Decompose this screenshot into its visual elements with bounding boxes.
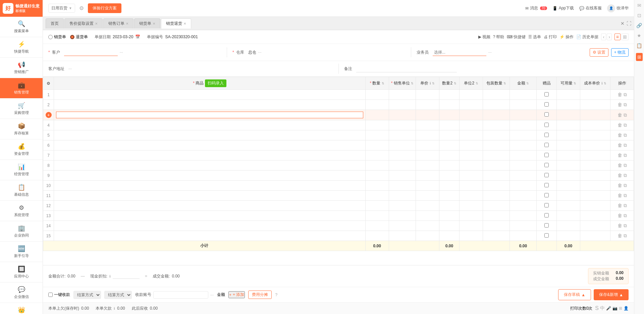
qty-cell[interactable]: [365, 171, 389, 181]
price-cell[interactable]: [416, 181, 439, 191]
grid-view-icon[interactable]: ⊞: [621, 34, 629, 40]
unit-cell[interactable]: [389, 181, 416, 191]
copy-icon[interactable]: ⧉: [624, 193, 627, 198]
copy-icon[interactable]: ⧉: [624, 233, 627, 238]
gift-cell[interactable]: [537, 150, 557, 161]
amount-cell[interactable]: [510, 110, 537, 120]
unit-cell[interactable]: [389, 171, 416, 181]
unit-cell[interactable]: [389, 110, 416, 120]
gift-checkbox[interactable]: [544, 153, 549, 157]
sidebar-item-sales[interactable]: 💼 销售管理: [0, 78, 43, 99]
right-panel-icon-4[interactable]: ★: [637, 33, 641, 38]
discount-input[interactable]: [113, 274, 140, 279]
payment-checkbox[interactable]: [48, 293, 53, 297]
select-action[interactable]: ☰ 选单: [528, 34, 541, 40]
amount-cell[interactable]: [510, 181, 537, 191]
qty2-cell[interactable]: [439, 221, 460, 231]
gift-checkbox[interactable]: [544, 112, 549, 117]
delete-icon[interactable]: 🗑: [618, 233, 622, 238]
price-cell[interactable]: [416, 231, 439, 241]
amount-cell[interactable]: [510, 211, 537, 221]
unit2-cell[interactable]: [460, 150, 483, 161]
gift-cell[interactable]: [537, 100, 557, 110]
gift-checkbox[interactable]: [544, 123, 549, 127]
gift-checkbox[interactable]: [544, 173, 549, 177]
scan-input-button[interactable]: 扫码录入: [205, 79, 226, 87]
tab-sales-return[interactable]: 销货退货 ✕: [161, 18, 191, 28]
qty2-cell[interactable]: [439, 120, 460, 130]
fee-info-icon[interactable]: ?: [275, 293, 277, 297]
product-cell[interactable]: [54, 130, 366, 140]
save-new-button[interactable]: 保存&新增 ▲: [594, 289, 629, 300]
right-panel-icon-2[interactable]: ⊡: [637, 13, 641, 18]
unit2-cell[interactable]: [460, 110, 483, 120]
qty-cell[interactable]: [365, 90, 389, 100]
delete-icon[interactable]: 🗑: [618, 213, 622, 218]
product-cell[interactable]: [54, 161, 366, 171]
amount-cell[interactable]: [510, 221, 537, 231]
product-cell[interactable]: [54, 120, 366, 130]
qty2-cell[interactable]: [439, 171, 460, 181]
pack-cell[interactable]: [483, 201, 510, 211]
amount-cell[interactable]: [510, 171, 537, 181]
copy-icon[interactable]: ⧉: [624, 173, 627, 178]
product-cell[interactable]: [54, 100, 366, 110]
copy-icon[interactable]: ⧉: [624, 112, 627, 118]
unit-cell[interactable]: [389, 150, 416, 161]
sort-icon[interactable]: ⇅: [526, 82, 529, 85]
amount-cell[interactable]: [510, 150, 537, 161]
sort-icon[interactable]: ⇅: [574, 82, 576, 85]
copy-icon[interactable]: ⧉: [624, 213, 627, 218]
qty-cell[interactable]: [365, 150, 389, 161]
qty-cell[interactable]: [365, 110, 389, 120]
delete-icon[interactable]: 🗑: [618, 203, 622, 208]
qty-cell[interactable]: [365, 161, 389, 171]
product-cell[interactable]: [54, 140, 366, 150]
pack-cell[interactable]: [483, 140, 510, 150]
expand-icon[interactable]: ⛶: [627, 21, 631, 26]
copy-icon[interactable]: ⧉: [624, 132, 627, 138]
gift-cell[interactable]: [537, 130, 557, 140]
sidebar-item-wechat[interactable]: 💬 企业微信: [0, 282, 43, 303]
amount-cell[interactable]: [510, 161, 537, 171]
gift-checkbox[interactable]: [544, 143, 549, 147]
salesperson-picker-icon[interactable]: ···: [488, 50, 492, 55]
app-download-button[interactable]: 📱 App下载: [552, 5, 574, 11]
price-cell[interactable]: [416, 171, 439, 181]
gift-checkbox[interactable]: [544, 183, 549, 187]
unit2-cell[interactable]: [460, 181, 483, 191]
pack-cell[interactable]: [483, 110, 510, 120]
gift-cell[interactable]: [537, 191, 557, 201]
product-cell[interactable]: [54, 90, 366, 100]
prev-arrow-icon[interactable]: ‹: [601, 34, 606, 40]
delete-icon[interactable]: 🗑: [618, 112, 622, 118]
gift-cell[interactable]: [537, 211, 557, 221]
price-cell[interactable]: [416, 110, 439, 120]
unit-cell[interactable]: [389, 140, 416, 150]
sidebar-item-app-center[interactable]: 🔲 应用中心: [0, 262, 43, 282]
price-cell[interactable]: [416, 191, 439, 201]
close-tab-icon[interactable]: ✕: [621, 21, 625, 26]
price-cell[interactable]: [416, 201, 439, 211]
calendar-icon[interactable]: 📅: [135, 35, 140, 39]
unit-cell[interactable]: [389, 100, 416, 110]
unit-cell[interactable]: [389, 221, 416, 231]
unit-cell[interactable]: [389, 120, 416, 130]
tab-close-icon[interactable]: ✕: [183, 22, 186, 25]
gift-cell[interactable]: [537, 110, 557, 120]
delete-icon[interactable]: 🗑: [618, 223, 622, 228]
customer-input[interactable]: [64, 49, 118, 56]
calc-method-select[interactable]: 结算方式: [73, 291, 101, 299]
pack-cell[interactable]: [483, 130, 510, 140]
camera-icon[interactable]: 📷: [612, 306, 618, 311]
sort-icon[interactable]: ⇅: [604, 82, 606, 85]
copy-icon[interactable]: ⧉: [624, 92, 627, 97]
pack-cell[interactable]: [483, 211, 510, 221]
product-cell[interactable]: [54, 171, 366, 181]
tab-sales-order[interactable]: 销售订单 ✕: [103, 18, 133, 28]
online-service-button[interactable]: 💬 在线客服: [579, 5, 602, 11]
product-cell[interactable]: [54, 150, 366, 161]
gift-checkbox[interactable]: [544, 203, 549, 207]
product-cell[interactable]: [54, 110, 366, 120]
amount-cell[interactable]: [510, 120, 537, 130]
